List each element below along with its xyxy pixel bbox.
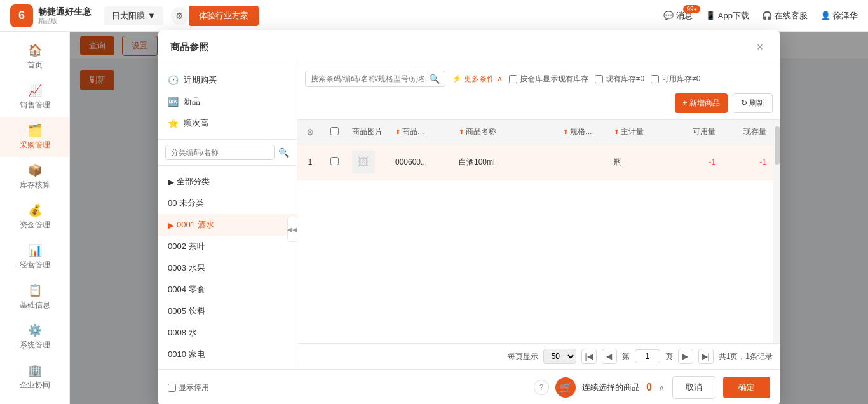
message-icon: 💬 [663,11,674,20]
sidebar-item-system[interactable]: ⚙️ 系统管理 [0,317,69,357]
cell-check [323,144,346,180]
select-all-checkbox[interactable] [330,127,339,135]
scrollbar-thumb[interactable] [775,126,780,165]
quick-tab-frequent[interactable]: ⭐ 频次高 [158,112,297,134]
sidebar-item-sales[interactable]: 📈 销售管理 [0,77,69,117]
first-page-button[interactable]: |◀ [581,349,597,364]
by-warehouse-checkbox[interactable] [509,75,517,83]
category-search-input[interactable] [165,145,275,160]
quick-tab-new[interactable]: 🆕 新品 [158,91,297,112]
category-item-0005[interactable]: 0005 饮料 [158,300,297,322]
category-item-0004[interactable]: 0004 零食 [158,279,297,300]
collapse-panel-button[interactable]: ◀◀ [287,217,297,242]
category-item-00[interactable]: 00 未分类 [158,192,297,214]
modal-overlay: 商品参照 × 🕐 近期购买 🆕 [70,32,868,404]
brand-name: 畅捷通好生意 [38,6,92,17]
confirm-button[interactable]: 确定 [723,377,770,398]
stock-neq0-checkbox[interactable] [595,75,603,83]
product-search-icon[interactable]: 🔍 [429,74,440,84]
cat-0001-arrow-icon: ▶ [168,220,174,230]
gear-icon[interactable]: ⚙ [306,127,315,137]
stock-neq0-checkbox-label[interactable]: 现有库存≠0 [595,74,644,84]
sidebar-item-purchase[interactable]: 🗂️ 采购管理 [0,117,69,157]
star-icon: ⭐ [168,118,179,128]
col-header-unit: ⬆ 主计量 [607,120,658,144]
logo-icon: 6 [10,4,33,27]
col-header-spec: ⬆ 规格... [557,120,607,144]
cart-button[interactable]: 🛒 [555,377,576,398]
sidebar-item-basic[interactable]: 📋 基础信息 [0,277,69,317]
product-search-box: 🔍 [305,71,445,87]
col-header-check [323,120,346,144]
prev-page-button[interactable]: ◀ [602,349,617,364]
cart-collapse-icon[interactable]: ∧ [658,382,665,393]
category-search-icon[interactable]: 🔍 [278,147,289,158]
page-summary: 共1页，1条记录 [719,351,773,362]
logo-area: 6 畅捷通好生意 精品版 [10,4,92,27]
col-header-avail: 可用量 [658,120,722,144]
category-item-0010[interactable]: 0010 家电 [158,344,297,365]
next-page-button[interactable]: ▶ [678,349,693,364]
sidebar-item-finance[interactable]: 💰 资金管理 [0,197,69,237]
cell-stock: -1 [722,144,773,180]
cell-spec [557,144,607,180]
cart-text: 连续选择的商品 [582,382,640,393]
page-label-text: 页 [665,351,673,362]
add-product-button[interactable]: + 新增商品 [675,93,727,113]
app-download-nav-item[interactable]: 📱 App下载 [705,10,749,22]
table-area: ⚙ 商品图片 ⬆ 商品.. [297,120,773,343]
show-disabled-checkbox[interactable] [168,384,176,392]
messages-nav-item[interactable]: 💬 消息 99+ [663,10,693,22]
row-checkbox[interactable] [330,157,339,165]
cancel-button[interactable]: 取消 [672,376,715,399]
product-thumbnail: 🖼 [352,151,375,173]
cta-button[interactable]: 体验行业方案 [189,6,259,26]
user-nav-item[interactable]: 👤 徐泽华 [820,10,858,22]
page-number-input[interactable] [635,349,660,363]
sidebar-item-business[interactable]: 📊 经营管理 [0,237,69,277]
sort-spec-icon: ⬆ [563,128,568,135]
table-row[interactable]: 1 🖼 000600... [297,144,773,180]
cell-unit: 瓶 [607,144,658,180]
settings-icon[interactable]: ⚙ [171,7,189,25]
show-disabled-label[interactable]: 显示停用 [168,382,209,393]
per-page-select[interactable]: 50 [543,349,576,364]
sidebar-item-guide[interactable]: 🚀 新手引导 [0,397,69,404]
category-item-0002[interactable]: 0002 茶叶 [158,236,297,257]
product-search-input[interactable] [311,74,425,83]
quick-tab-recent[interactable]: 🕐 近期购买 [158,69,297,91]
sidebar-item-enterprise[interactable]: 🏢 企业协同 [0,357,69,397]
cell-avail: -1 [658,144,722,180]
avail-neq0-checkbox-label[interactable]: 可用库存≠0 [651,74,700,84]
page-number-label: 第 [622,351,630,362]
sidebar-item-home[interactable]: 🏠 首页 [0,37,69,77]
last-page-button[interactable]: ▶| [698,349,714,364]
col-header-num: ⚙ [297,120,323,144]
modal-footer: 显示停用 ? 🛒 连续选择的商品 0 ∧ 取消 确定 [158,369,780,404]
category-item-0003[interactable]: 0003 水果 [158,257,297,279]
refresh-button[interactable]: ↻ 刷新 [733,93,773,113]
sidebar-item-inventory[interactable]: 📦 库存核算 [0,157,69,197]
modal-toolbar: 🔍 ⚡ 更多条件 ∧ 按仓库显示现有库存 [297,64,780,120]
purchase-icon: 🗂️ [28,123,42,137]
filter-button[interactable]: ⚡ 更多条件 ∧ [452,74,503,84]
sort-icon: ⬆ [395,128,400,135]
avail-neq0-checkbox[interactable] [651,75,659,83]
help-icon[interactable]: ? [534,380,549,395]
system-icon: ⚙️ [28,323,42,337]
headset-icon: 🎧 [762,11,772,20]
modal-left-panel: 🕐 近期购买 🆕 新品 ⭐ 频次高 [158,64,297,369]
category-item-0001[interactable]: ▶ 0001 酒水 [158,214,297,236]
modal-close-button[interactable]: × [752,39,768,55]
cell-name: 白酒100ml [452,144,557,180]
vertical-scrollbar[interactable] [773,120,780,343]
online-service-nav-item[interactable]: 🎧 在线客服 [762,10,808,22]
nav-selector[interactable]: 日太阳膜 ▼ [104,6,163,25]
cell-num: 1 [297,144,323,180]
modal-right-panel: 🔍 ⚡ 更多条件 ∧ 按仓库显示现有库存 [297,64,780,369]
by-warehouse-checkbox-label[interactable]: 按仓库显示现有库存 [509,74,588,84]
filter-icon: ⚡ [452,74,461,83]
category-item-all[interactable]: ▶ 全部分类 [158,171,297,192]
category-item-0008[interactable]: 0008 水 [158,322,297,344]
product-reference-modal: 商品参照 × 🕐 近期购买 🆕 [158,30,780,404]
